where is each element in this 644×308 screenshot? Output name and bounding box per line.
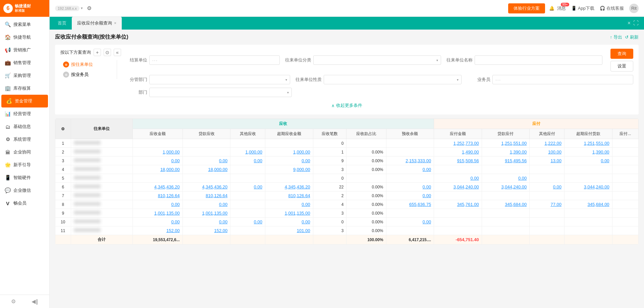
table-cell[interactable]: 1,490.00 [434,148,482,157]
table-cell[interactable]: 1,000.00 [230,148,265,157]
partner-category-input[interactable]: ▾ [313,55,441,65]
table-cell[interactable]: 0.00 [230,183,265,191]
collapse-filter-btn[interactable]: ∧ 收起更多条件 [60,100,633,111]
table-cell[interactable]: 0.00 [530,183,565,191]
table-cell[interactable]: 0.00 [132,218,182,226]
sidebar-item-sales[interactable]: 💼 销售管理 [0,56,49,69]
table-cell[interactable]: 18,000.00 [182,165,230,174]
refresh-button[interactable]: ↺ 刷新 [625,34,639,40]
collapse-sidebar-btn[interactable]: ◀‖ [32,298,38,305]
table-cell[interactable]: 345,684.00 [565,200,612,209]
table-cell[interactable]: 1,001,135.00 [132,209,182,218]
table-cell[interactable]: 100.00 [530,148,565,157]
sidebar-item-vip[interactable]: V 畅会员 [0,197,49,210]
more-scheme-btn[interactable]: « [114,49,121,56]
filter-nav-by-salesman[interactable]: ⊕ 按业务员 [60,70,113,79]
table-cell[interactable]: 1,000.00 [265,148,313,157]
table-cell[interactable]: 0.00 [182,200,230,209]
sidebar-item-system[interactable]: ⚙ 系统管理 [0,133,49,146]
table-cell[interactable]: 77.00 [530,200,565,209]
table-cell[interactable]: 0.00 [434,174,482,183]
table-cell[interactable]: 3,044,240.00 [434,183,482,191]
sidebar-item-search[interactable]: 🔍 搜索菜单 [0,18,49,31]
query-button[interactable]: 查询 [610,49,633,59]
table-cell[interactable]: 0.00 [265,218,313,226]
th-settings[interactable]: ⚙ [55,119,71,139]
table-cell[interactable]: 0.00 [132,200,182,209]
online-service-action[interactable]: 🎧 在线客服 [600,5,624,11]
table-cell[interactable]: 1,251,551.00 [565,139,612,148]
sidebar-item-wechat[interactable]: 💬 企业微信 [0,184,49,197]
table-cell[interactable]: 4,345,436.20 [182,183,230,191]
table-cell[interactable]: 915,495.56 [482,157,530,165]
export-button[interactable]: ↑ 导出 [610,34,623,40]
table-cell[interactable]: 0.00 [386,165,434,174]
table-cell[interactable]: 101.00 [265,226,313,235]
table-cell[interactable]: 1,390.00 [565,148,612,157]
table-cell[interactable]: 655,636.75 [386,200,434,209]
sidebar-item-operations[interactable]: 📊 经营管理 [0,107,49,120]
tab-home[interactable]: 首页 [52,17,72,30]
table-cell[interactable]: 4,345,436.20 [265,183,313,191]
table-cell[interactable]: 0.00 [182,157,230,165]
messages-action[interactable]: 🔔 99+ 消息 [549,5,566,11]
chevron-down-icon[interactable]: ▾ [81,6,83,10]
table-cell[interactable]: 810,126.64 [265,191,313,200]
table-cell[interactable]: 13.00 [530,157,565,165]
table-cell[interactable]: 0.00 [230,218,265,226]
sidebar-item-quick[interactable]: 🏠 快捷导航 [0,31,49,44]
table-cell[interactable]: 18,000.00 [132,165,182,174]
table-cell[interactable]: 4,345,436.20 [132,183,182,191]
table-cell[interactable]: 810,126.64 [182,191,230,200]
table-cell[interactable]: 810,126.64 [132,191,182,200]
settlement-unit-input[interactable]: ··· [149,55,280,65]
app-download-action[interactable]: 📱 App下载 [571,5,594,11]
table-cell[interactable]: 1,000.00 [132,148,182,157]
table-cell[interactable]: 0.00 [265,157,313,165]
sidebar-item-inventory[interactable]: 🏢 库存核算 [0,82,49,95]
table-cell[interactable]: 1,001,135.00 [265,209,313,218]
table-cell[interactable]: 345,684.00 [482,200,530,209]
table-cell[interactable]: 0.00 [230,157,265,165]
table-cell[interactable]: 915,508.56 [434,157,482,165]
table-cell[interactable]: 1,222.00 [530,139,565,148]
table-cell[interactable]: 2,153,333.00 [386,157,434,165]
table-cell[interactable]: 9,000.00 [265,165,313,174]
sidebar-item-guide[interactable]: 🌟 新手引导 [0,159,49,171]
table-cell[interactable]: 0.00 [386,191,434,200]
table-cell[interactable]: 0.00 [482,174,530,183]
table-cell[interactable]: 0.00 [565,157,612,165]
sidebar-item-basic[interactable]: 🗂 基础信息 [0,120,49,133]
department-input[interactable]: ▾ [149,88,292,97]
table-cell[interactable]: 0.00 [132,157,182,165]
table-cell[interactable]: 1,001,135.00 [182,209,230,218]
solution-button[interactable]: 体验行业方案 [508,3,545,13]
table-cell[interactable]: 152.00 [182,226,230,235]
sidebar-item-purchase[interactable]: 🛒 采购管理 [0,69,49,82]
table-cell[interactable]: 0.00 [182,218,230,226]
table-cell[interactable]: 1,251,551.00 [482,139,530,148]
edit-scheme-btn[interactable]: ⊙ [104,49,111,56]
add-scheme-btn[interactable]: + [94,49,101,56]
sidebar-item-corp[interactable]: 🏛 企业协同 [0,146,49,159]
table-cell[interactable]: 3,044,240.00 [565,183,612,191]
table-cell[interactable]: 3,044,240.00 [482,183,530,191]
setting-button[interactable]: 设置 [610,61,633,72]
table-cell[interactable]: 0.00 [386,183,434,191]
table-cell[interactable]: 345,761.00 [434,200,482,209]
table-cell[interactable]: 1,252,773.00 [434,139,482,148]
sidebar-item-finance[interactable]: 💰 资金管理 [1,95,48,107]
salesman-input[interactable]: ··· [492,75,633,84]
table-cell[interactable]: 0.00 [386,218,434,226]
close-window-icon[interactable]: × [628,20,631,26]
sidebar-item-hardware[interactable]: 📱 智能硬件 [0,171,49,184]
table-cell[interactable]: 152.00 [132,226,182,235]
tab-close-icon[interactable]: × [114,21,116,26]
user-avatar[interactable]: Rit [629,4,639,13]
partner-name-input[interactable] [475,55,602,65]
table-cell[interactable]: 1,390.00 [482,148,530,157]
tab-ar-ap[interactable]: 应收应付余额查询 × [72,17,122,30]
partner-nature-input[interactable]: ▾ [324,75,462,84]
table-cell[interactable]: 0.00 [265,200,313,209]
sidebar-item-marketing[interactable]: 📢 营销推广 [0,44,49,56]
